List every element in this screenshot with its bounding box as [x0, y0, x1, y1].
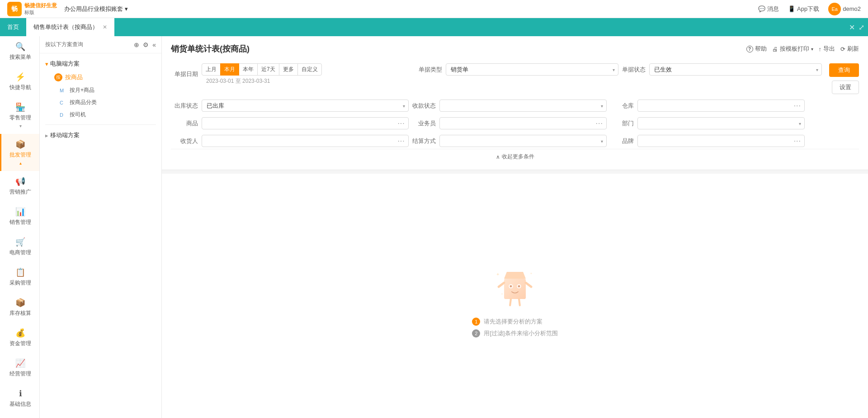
tip-num-2: 2	[472, 329, 480, 337]
workspace-selector[interactable]: 办公用品行业模拟账套 ▾	[61, 3, 132, 15]
collect-status-input[interactable]	[439, 100, 607, 112]
print-dropdown-icon[interactable]: ▾	[811, 47, 813, 52]
quicknav-icon: ⚡	[15, 72, 25, 82]
topbar-right: 💬 消息 📱 App下载 Ea demo2	[758, 3, 861, 15]
tab-home[interactable]: 首页	[0, 18, 26, 36]
sidebar-item-inventory[interactable]: 📦 库存核算	[0, 292, 39, 323]
query-button[interactable]: 查询	[829, 63, 859, 77]
settings-scheme-button[interactable]: ⚙	[143, 41, 149, 48]
doc-type-label: 单据类型	[415, 66, 442, 74]
dept-input[interactable]	[637, 117, 805, 129]
sidebar-item-search[interactable]: 🔍 搜索菜单	[0, 36, 39, 66]
scheme-by-goods[interactable]: 按 按商品	[40, 71, 161, 84]
sidebar-item-ecommerce[interactable]: 🛒 电商管理	[0, 232, 39, 262]
salesperson-input[interactable]	[439, 117, 607, 129]
mobile-arrow-icon: ▸	[45, 132, 48, 139]
warehouse-input[interactable]	[637, 100, 805, 112]
doc-status-input[interactable]	[649, 63, 822, 76]
sidebar-item-retail[interactable]: 🏪 零售管理 ▾	[0, 97, 39, 134]
out-status-filter: 出库状态 ▾	[171, 100, 409, 112]
tree-arrow-icon: ▾	[45, 61, 48, 67]
settlement-input[interactable]	[439, 135, 607, 147]
app-download-action[interactable]: 📱 App下载	[788, 5, 819, 13]
marketing-icon: 📢	[15, 176, 25, 186]
query-buttons: 查询 设置	[822, 63, 859, 94]
wholesale-arrow-icon: ▴	[19, 161, 22, 166]
date-tab-custom[interactable]: 自定义	[297, 63, 322, 76]
sidebar-item-finance[interactable]: 💰 资金管理	[0, 323, 39, 353]
brand-input[interactable]	[637, 135, 805, 147]
svg-line-8	[510, 299, 511, 305]
sidebar-item-basic-info[interactable]: ℹ 基础信息	[0, 383, 39, 413]
sidebar-item-quicknav[interactable]: ⚡ 快捷导航	[0, 66, 39, 97]
svg-text:✦: ✦	[496, 272, 500, 277]
setting-button[interactable]: 设置	[832, 81, 859, 94]
scheme-by-driver[interactable]: D 按司机	[40, 109, 161, 121]
search-icon: 🔍	[15, 42, 25, 52]
date-tabs: 上月 本月 本年 近7天 更多 自定义	[202, 63, 321, 76]
tab-sales-report[interactable]: 销售单统计表（按商品） ✕	[26, 18, 114, 36]
logo-icon: 畅	[7, 2, 22, 16]
doc-type-input[interactable]	[446, 63, 618, 76]
out-status-input[interactable]	[202, 100, 409, 112]
scheme-goods-category[interactable]: C 按商品分类	[40, 96, 161, 109]
logo-area: 畅 畅捷信好生意 标版	[7, 2, 57, 16]
svg-line-6	[499, 283, 504, 287]
date-tab-thisyear[interactable]: 本年	[239, 63, 258, 76]
purchase-icon: 📋	[15, 267, 25, 277]
main-layout: 🔍 搜索菜单 ⚡ 快捷导航 🏪 零售管理 ▾ 📦 批发管理 ▴ 📢 营销推广 📊…	[0, 36, 868, 418]
sidebar-item-wholesale[interactable]: 📦 批发管理 ▴	[0, 134, 39, 171]
scheme-month-goods[interactable]: M 按月+商品	[40, 84, 161, 96]
consignee-input[interactable]	[202, 135, 409, 147]
sidebar-item-management[interactable]: 📈 经营管理	[0, 353, 39, 383]
inventory-icon: 📦	[15, 298, 25, 308]
basicinfo-icon: ℹ	[19, 389, 22, 399]
filter-area: 单据日期 上月 本月 本年 近7天 更多 自定义 2023-03-01 至 20…	[162, 58, 868, 170]
filter-panel-actions: ⊕ ⚙ «	[134, 41, 156, 48]
svg-point-5	[518, 285, 520, 287]
dept-label: 部门	[607, 119, 634, 128]
svg-line-7	[526, 283, 531, 287]
sidebar-item-sales[interactable]: 📊 销售管理	[0, 201, 39, 232]
sidebar-item-purchase[interactable]: 📋 采购管理	[0, 262, 39, 292]
goods-label: 商品	[171, 119, 198, 128]
consignee-filter: 收货人 ···	[171, 135, 409, 147]
logo-text: 畅捷信好生意 标版	[24, 2, 57, 16]
sidebar-item-marketing[interactable]: 📢 营销推广	[0, 171, 39, 201]
goods-input[interactable]	[202, 117, 409, 129]
collect-status-label: 收款状态	[409, 102, 436, 110]
salesperson-filter: 业务员 ···	[409, 117, 607, 129]
user-profile[interactable]: Ea demo2	[828, 3, 861, 15]
warehouse-filter: 仓库 ···	[607, 100, 805, 112]
empty-illustration: ✦ ✦ ✦	[488, 254, 542, 309]
wholesale-icon: 📦	[15, 139, 25, 149]
export-button[interactable]: ↑ 导出	[819, 45, 835, 53]
message-action[interactable]: 💬 消息	[758, 5, 779, 13]
tabbar-resize-button[interactable]: ⤢	[859, 23, 864, 32]
help-icon: ?	[746, 46, 753, 52]
add-scheme-button[interactable]: ⊕	[134, 41, 139, 48]
message-icon: 💬	[758, 5, 765, 12]
date-label: 单据日期	[171, 70, 198, 78]
help-button[interactable]: ? 帮助	[746, 45, 767, 53]
print-icon: 🖨	[772, 46, 778, 52]
collapse-button[interactable]: ∧ 收起更多条件	[496, 153, 534, 161]
tabbar-close-button[interactable]: ✕	[849, 23, 855, 32]
tab-close-icon[interactable]: ✕	[103, 24, 107, 30]
empty-tips: 1 请先选择要分析的方案 2 用[过滤]条件来缩小分析范围	[472, 318, 557, 337]
date-tab-more[interactable]: 更多	[279, 63, 298, 76]
mobile-scheme-parent[interactable]: ▸ 移动端方案	[40, 128, 161, 142]
desktop-scheme-parent[interactable]: ▾ 电脑端方案	[40, 57, 161, 71]
date-tab-lastmonth[interactable]: 上月	[202, 63, 221, 76]
refresh-button[interactable]: ⟳ 刷新	[840, 45, 859, 53]
print-button[interactable]: 🖨 按模板打印 ▾	[772, 45, 813, 53]
date-tab-7days[interactable]: 近7天	[257, 63, 279, 76]
filter-panel: 按以下方案查询 ⊕ ⚙ « ▾ 电脑端方案 按 按商品 M 按月	[40, 36, 162, 418]
filter-panel-header: 按以下方案查询 ⊕ ⚙ «	[40, 36, 161, 53]
brand-filter: 品牌 ···	[607, 135, 805, 147]
svg-text:✦: ✦	[501, 293, 503, 295]
sidebar-item-system[interactable]: ⚙ 系统管理	[0, 413, 39, 418]
brand-label: 品牌	[607, 137, 634, 145]
collapse-panel-button[interactable]: «	[152, 41, 156, 48]
date-tab-thismonth[interactable]: 本月	[220, 63, 239, 76]
